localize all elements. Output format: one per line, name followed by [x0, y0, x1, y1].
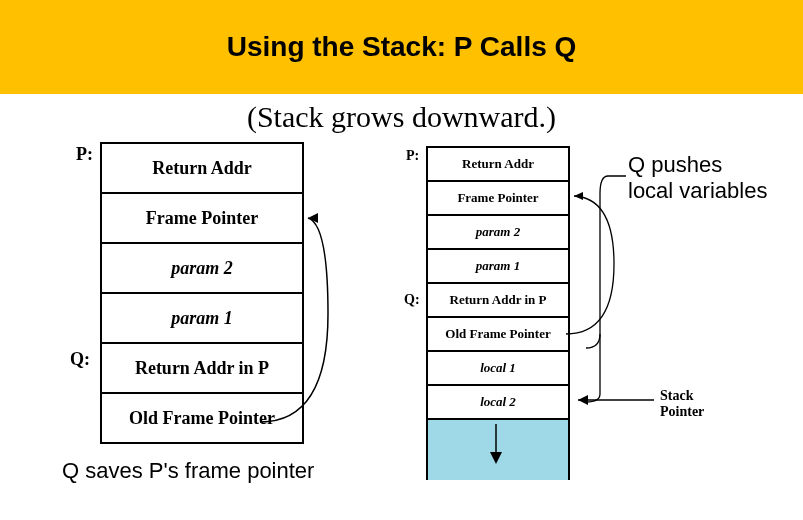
left-cell-param1: param 1	[102, 294, 302, 344]
note-stack-pointer: Stack Pointer	[660, 388, 704, 420]
right-cell-param1: param 1	[428, 250, 568, 284]
right-p-label: P:	[406, 148, 419, 164]
left-cell-return-addr-in-p: Return Addr in P	[102, 344, 302, 394]
left-stack: Return Addr Frame Pointer param 2 param …	[100, 142, 304, 444]
left-cell-old-frame-pointer: Old Frame Pointer	[102, 394, 302, 444]
diagram-area: P: Q: Return Addr Frame Pointer param 2 …	[0, 134, 803, 520]
slide-title: Using the Stack: P Calls Q	[227, 31, 577, 63]
right-cell-param2: param 2	[428, 216, 568, 250]
svg-marker-1	[574, 192, 583, 200]
left-cell-param2: param 2	[102, 244, 302, 294]
right-cell-frame-pointer: Frame Pointer	[428, 182, 568, 216]
right-cell-local2: local 2	[428, 386, 568, 420]
title-banner: Using the Stack: P Calls Q	[0, 0, 803, 94]
left-cell-return-addr: Return Addr	[102, 144, 302, 194]
svg-marker-3	[578, 395, 588, 405]
right-cell-old-frame-pointer: Old Frame Pointer	[428, 318, 568, 352]
subtitle: (Stack grows downward.)	[0, 100, 803, 134]
svg-marker-0	[308, 213, 318, 223]
right-cell-return-addr: Return Addr	[428, 148, 568, 182]
left-p-label: P:	[76, 144, 93, 165]
left-cell-frame-pointer: Frame Pointer	[102, 194, 302, 244]
right-cell-local1: local 1	[428, 352, 568, 386]
right-q-label: Q:	[404, 292, 420, 308]
right-stack: Return Addr Frame Pointer param 2 param …	[426, 146, 570, 480]
right-cell-return-addr-in-p: Return Addr in P	[428, 284, 568, 318]
left-caption: Q saves P's frame pointer	[62, 458, 314, 484]
left-q-label: Q:	[70, 349, 90, 370]
note-pushes-locals: Q pushes local variables	[628, 152, 767, 205]
right-stack-free-space	[428, 420, 568, 480]
